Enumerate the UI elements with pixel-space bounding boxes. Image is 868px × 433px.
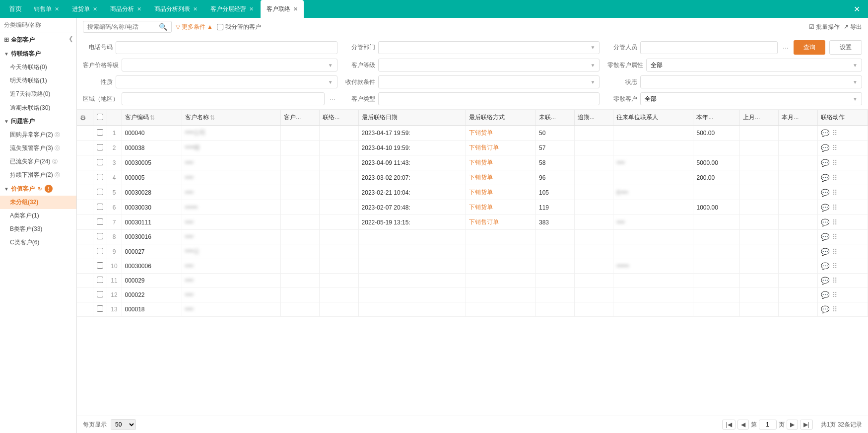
close-product-list-tab[interactable]: ✕	[193, 6, 198, 12]
sidebar-item-b[interactable]: B类客户(33)	[0, 222, 76, 236]
sidebar-group-problem[interactable]: ▼ 问题客户	[0, 115, 76, 128]
customer-type-input[interactable]	[378, 92, 600, 105]
sidebar-item-c[interactable]: C类客户(6)	[0, 236, 76, 249]
page-size-select[interactable]: 50 100 200	[111, 419, 136, 430]
message-icon[interactable]: 💬	[821, 291, 829, 299]
message-icon[interactable]: 💬	[821, 277, 829, 285]
nav-tab-customer-segment[interactable]: 客户分层经营 ✕	[204, 0, 260, 18]
qr-icon[interactable]: ⠿	[832, 218, 837, 226]
code-col-header[interactable]: 客户编码⇅	[122, 110, 182, 126]
sidebar-item-lost[interactable]: 已流失客户(24) ⓪	[0, 155, 76, 168]
region-dots-icon[interactable]: ···	[328, 95, 337, 103]
sidebar-item-ungraded[interactable]: 未分组(32)	[0, 196, 76, 209]
qr-icon[interactable]: ⠿	[832, 174, 837, 182]
batch-ops-button[interactable]: ☑ 批量操作	[809, 23, 840, 31]
row-checkbox[interactable]	[93, 215, 107, 230]
message-icon[interactable]: 💬	[821, 189, 829, 197]
sidebar-item-today[interactable]: 今天待联络(0)	[0, 61, 76, 74]
message-icon[interactable]: 💬	[821, 144, 829, 152]
sidebar-item-abnormal[interactable]: 固购异常客户(2) ⓪	[0, 128, 76, 142]
last-page-button[interactable]: ▶|	[800, 420, 813, 430]
sidebar-item-overdue[interactable]: 逾期未联络(30)	[0, 101, 76, 115]
close-sales-tab[interactable]: ✕	[55, 6, 59, 12]
nav-tab-sales[interactable]: 销售单 ✕	[28, 0, 65, 18]
first-page-button[interactable]: |◀	[722, 420, 735, 430]
qr-icon[interactable]: ⠿	[832, 262, 837, 270]
search-submit-icon[interactable]: 🔍	[159, 23, 167, 31]
more-conditions-button[interactable]: ▽ 更多条件 ▲	[176, 23, 213, 31]
level-input[interactable]: ▼	[378, 59, 600, 72]
message-icon[interactable]: 💬	[821, 248, 829, 256]
qr-icon[interactable]: ⠿	[832, 277, 837, 285]
refresh-icon[interactable]: ↻	[38, 186, 42, 192]
message-icon[interactable]: 💬	[821, 218, 829, 226]
prev-page-button[interactable]: ◀	[737, 420, 749, 430]
last-method-link[interactable]: 下销货单	[469, 129, 493, 136]
sidebar-item-a[interactable]: A类客户(1)	[0, 209, 76, 222]
message-icon[interactable]: 💬	[821, 174, 829, 182]
qr-icon[interactable]: ⠿	[832, 305, 837, 313]
close-window-button[interactable]: ✕	[850, 4, 864, 14]
person-dots-icon[interactable]: ···	[781, 44, 791, 52]
row-checkbox[interactable]	[93, 200, 107, 215]
qr-icon[interactable]: ⠿	[832, 204, 837, 212]
qr-icon[interactable]: ⠿	[832, 233, 837, 241]
last-method-link[interactable]: 下销货单	[469, 189, 493, 196]
export-button[interactable]: ↗ 导出	[844, 23, 862, 31]
qr-icon[interactable]: ⠿	[832, 189, 837, 197]
sidebar-search-input[interactable]	[4, 21, 77, 28]
last-method-link[interactable]: 下销售订单	[469, 144, 499, 151]
last-method-link[interactable]: 下销售订单	[469, 218, 499, 225]
message-icon[interactable]: 💬	[821, 159, 829, 167]
sidebar-all-customers[interactable]: ⊞ 全部客户 《	[0, 32, 76, 47]
sidebar-group-pending[interactable]: ▼ 待联络客户	[0, 47, 76, 61]
search-input[interactable]	[87, 23, 157, 30]
message-icon[interactable]: 💬	[821, 305, 829, 313]
row-checkbox[interactable]	[93, 302, 107, 317]
row-checkbox[interactable]	[93, 259, 107, 274]
sidebar-item-declining[interactable]: 持续下滑客户(2) ⓪	[0, 168, 76, 182]
dept-input[interactable]: ▼	[378, 41, 600, 54]
close-customer-segment-tab[interactable]: ✕	[249, 6, 254, 12]
price-input[interactable]: ▼	[122, 59, 337, 72]
gender-input[interactable]: ▼	[116, 75, 337, 88]
nav-tab-product-list[interactable]: 商品分析列表 ✕	[148, 0, 203, 18]
qr-icon[interactable]: ⠿	[832, 129, 837, 137]
my-customers-check[interactable]	[217, 24, 223, 30]
nav-tab-customer-contact[interactable]: 客户联络 ✕	[261, 0, 304, 18]
select-all-checkbox[interactable]	[97, 114, 103, 120]
qr-icon[interactable]: ⠿	[832, 248, 837, 256]
name-col-header[interactable]: 客户名称⇅	[182, 110, 280, 126]
row-checkbox[interactable]	[93, 170, 107, 185]
nav-tab-home[interactable]: 首页	[4, 0, 27, 18]
last-method-link[interactable]: 下销货单	[469, 159, 493, 166]
collapse-icon[interactable]: 《	[66, 35, 72, 44]
phone-input[interactable]	[116, 41, 337, 54]
row-checkbox[interactable]	[93, 288, 107, 302]
region-input[interactable]	[122, 92, 325, 105]
next-page-button[interactable]: ▶	[787, 420, 798, 430]
retail-attr-input[interactable]: 全部▼	[646, 59, 862, 72]
last-method-link[interactable]: 下销货单	[469, 174, 493, 181]
row-checkbox[interactable]	[93, 230, 107, 244]
settings-icon[interactable]: ⚙	[80, 114, 86, 122]
row-checkbox[interactable]	[93, 126, 107, 141]
status-input[interactable]: ▼	[640, 75, 862, 88]
qr-icon[interactable]: ⠿	[832, 144, 837, 152]
close-product-analysis-tab[interactable]: ✕	[137, 6, 141, 12]
close-purchase-tab[interactable]: ✕	[93, 6, 97, 12]
person-input[interactable]	[640, 41, 778, 54]
qr-icon[interactable]: ⠿	[832, 159, 837, 167]
nav-tab-purchase[interactable]: 进货单 ✕	[66, 0, 103, 18]
message-icon[interactable]: 💬	[821, 233, 829, 241]
page-input[interactable]	[759, 420, 777, 430]
reset-button[interactable]: 设置	[829, 40, 862, 55]
close-customer-contact-tab[interactable]: ✕	[293, 6, 298, 12]
sidebar-item-week[interactable]: 近7天待联络(0)	[0, 87, 76, 101]
search-button[interactable]: 查询	[794, 40, 825, 55]
message-icon[interactable]: 💬	[821, 204, 829, 212]
payment-input[interactable]: ▼	[378, 75, 600, 88]
sidebar-item-churn[interactable]: 流失预警客户(3) ⓪	[0, 142, 76, 155]
row-checkbox[interactable]	[93, 185, 107, 200]
row-checkbox[interactable]	[93, 155, 107, 170]
